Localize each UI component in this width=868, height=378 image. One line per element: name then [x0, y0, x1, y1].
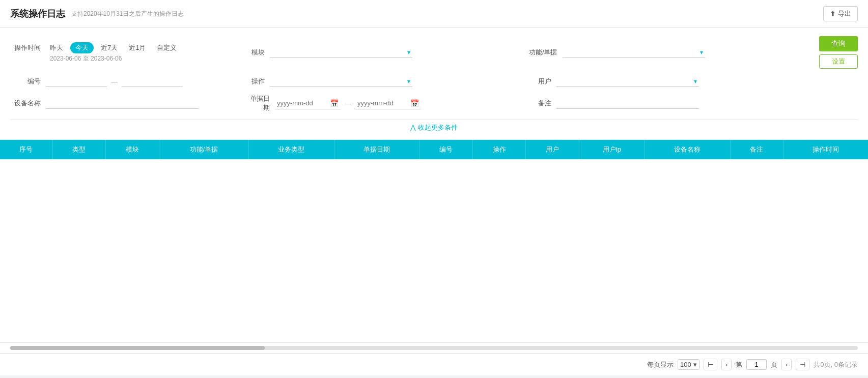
op-label: 操作	[244, 77, 270, 86]
doc-date-start[interactable]	[277, 99, 328, 107]
filter-row-1: 操作时间 昨天 今天 近7天 近1月 自定义 2023-06-06 至 2023…	[10, 36, 858, 69]
func-select[interactable]: ▾	[563, 47, 705, 58]
time-btn-today[interactable]: 今天	[70, 42, 94, 53]
page-size-value: 100	[680, 361, 691, 368]
table-header-row: 序号 类型 模块 功能/单据 业务类型 单据日期 编号 操作 用户 用户ip 设…	[0, 140, 868, 159]
settings-button[interactable]: 设置	[819, 54, 858, 69]
horizontal-scrollbar[interactable]	[10, 346, 858, 350]
col-remark: 备注	[730, 140, 783, 159]
time-btn-custom[interactable]: 自定义	[153, 42, 181, 53]
func-label: 功能/单据	[527, 48, 563, 57]
doc-date-dash: —	[345, 100, 351, 107]
scrollbar-area[interactable]	[0, 342, 868, 353]
number-input-end[interactable]	[122, 76, 183, 87]
prev-page-button[interactable]: ‹	[721, 359, 732, 370]
calendar-icon-end: 📅	[410, 99, 419, 107]
col-number: 编号	[419, 140, 472, 159]
export-button[interactable]: ⬆ 导出	[823, 6, 858, 21]
first-page-button[interactable]: ⊢	[704, 359, 717, 370]
page-header: 系统操作日志 支持2020年10月31日之后产生的操作日志 ⬆ 导出	[0, 0, 868, 28]
page-size-chevron-icon: ▾	[693, 361, 697, 368]
number-label: 编号	[10, 77, 46, 86]
col-func: 功能/单据	[159, 140, 248, 159]
export-label: 导出	[838, 9, 851, 18]
op-chevron-icon: ▾	[407, 78, 410, 85]
page-size-label: 每页显示	[647, 360, 674, 369]
pagination-bar: 每页显示 100 ▾ ⊢ ‹ 第 页 › ⊣ 共0页, 0条记录	[0, 353, 868, 375]
page-number-input[interactable]	[746, 359, 767, 370]
col-user-ip: 用户ip	[579, 140, 645, 159]
last-page-button[interactable]: ⊣	[796, 359, 809, 370]
time-btn-group: 昨天 今天 近7天 近1月 自定义	[46, 42, 181, 53]
remark-label: 备注	[521, 99, 556, 108]
number-input-start[interactable]	[46, 76, 107, 87]
doc-date-end-wrapper[interactable]: 📅	[355, 98, 421, 109]
module-select[interactable]: ▾	[270, 47, 412, 58]
doc-date-end[interactable]	[357, 99, 408, 107]
user-select[interactable]: ▾	[556, 76, 699, 87]
remark-input[interactable]	[556, 98, 699, 109]
filter-area: 操作时间 昨天 今天 近7天 近1月 自定义 2023-06-06 至 2023…	[0, 28, 868, 140]
user-chevron-icon: ▾	[694, 78, 697, 85]
doc-date-label: 单据日期	[244, 94, 275, 112]
action-buttons: 查询 设置	[809, 36, 858, 69]
page-label: 第	[736, 360, 742, 369]
date-range-text: 2023-06-06 至 2023-06-06	[50, 55, 122, 62]
time-btn-7days[interactable]: 近7天	[97, 42, 122, 53]
page-size-select[interactable]: 100 ▾	[678, 359, 699, 370]
device-label: 设备名称	[10, 99, 46, 108]
page-subtitle: 支持2020年10月31日之后产生的操作日志	[71, 10, 184, 18]
page-end-label: 页	[771, 360, 777, 369]
page-title: 系统操作日志	[10, 8, 65, 20]
collapse-label: 收起更多条件	[418, 124, 458, 131]
col-doc-date: 单据日期	[334, 140, 419, 159]
filter-row-2: 编号 — 操作 ▾ 用户 ▾	[10, 76, 858, 87]
scrollbar-thumb[interactable]	[10, 346, 265, 350]
device-input[interactable]	[46, 98, 199, 109]
query-button[interactable]: 查询	[819, 36, 858, 51]
collapse-bar[interactable]: ⋀ 收起更多条件	[10, 120, 858, 135]
calendar-icon-start: 📅	[330, 99, 339, 107]
time-btn-1month[interactable]: 近1月	[125, 42, 150, 53]
col-index: 序号	[0, 140, 52, 159]
col-type: 类型	[52, 140, 105, 159]
export-icon: ⬆	[830, 10, 836, 18]
empty-area	[0, 159, 868, 342]
col-user: 用户	[526, 140, 579, 159]
func-chevron-icon: ▾	[700, 49, 703, 56]
col-device: 设备名称	[645, 140, 730, 159]
filter-row-3: 设备名称 单据日期 📅 — 📅 备注	[10, 94, 858, 112]
user-label: 用户	[521, 77, 556, 86]
collapse-up-icon: ⋀	[410, 124, 416, 131]
time-btn-yesterday[interactable]: 昨天	[46, 42, 67, 53]
op-select[interactable]: ▾	[270, 76, 412, 87]
module-label: 模块	[244, 48, 270, 57]
title-area: 系统操作日志 支持2020年10月31日之后产生的操作日志	[10, 8, 184, 20]
col-module: 模块	[106, 140, 159, 159]
total-text: 共0页, 0条记录	[814, 360, 858, 369]
time-label: 操作时间	[10, 43, 46, 52]
module-chevron-icon: ▾	[407, 49, 410, 56]
table-wrapper: 序号 类型 模块 功能/单据 业务类型 单据日期 编号 操作 用户 用户ip 设…	[0, 140, 868, 159]
col-op-time: 操作时间	[783, 140, 868, 159]
col-op: 操作	[472, 140, 525, 159]
number-dash: —	[111, 78, 118, 85]
col-biz-type: 业务类型	[249, 140, 334, 159]
doc-date-start-wrapper[interactable]: 📅	[275, 98, 341, 109]
next-page-button[interactable]: ›	[781, 359, 792, 370]
data-table: 序号 类型 模块 功能/单据 业务类型 单据日期 编号 操作 用户 用户ip 设…	[0, 140, 868, 159]
